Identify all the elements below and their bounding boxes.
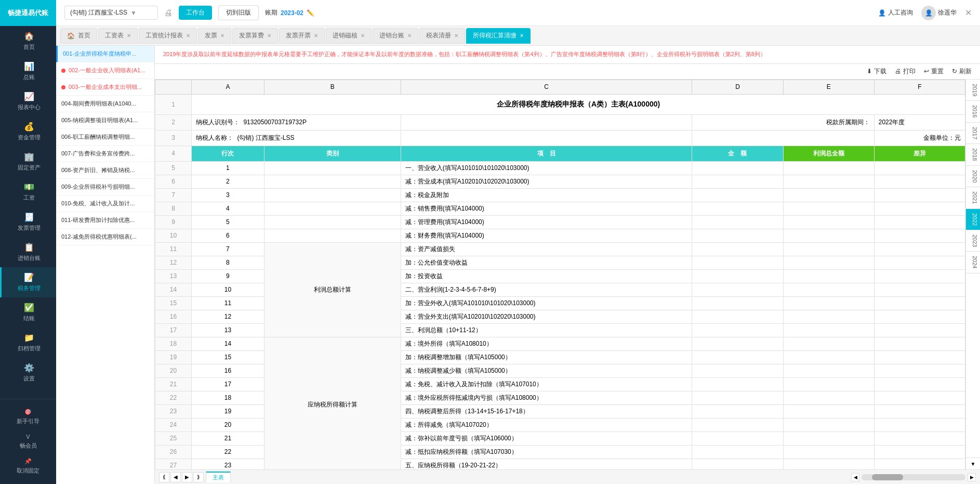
close-tab-purchase-ledger-icon[interactable]: ✕ — [407, 33, 412, 38]
nav-arrow-last[interactable]: ⟫ — [193, 472, 204, 482]
archive-icon: 📁 — [24, 333, 34, 343]
close-tab-invoice-open-icon[interactable]: ✕ — [314, 33, 318, 38]
sheet-tab-main[interactable]: 主表 — [206, 472, 231, 482]
tab-invoice-open[interactable]: 发票开票 ✕ — [279, 28, 325, 44]
col-b-header: B — [264, 80, 401, 94]
sidebar-item-home[interactable]: 🏠 首页 — [0, 26, 56, 56]
print-button[interactable]: 🖨 打印 — [895, 67, 916, 76]
year-panel-expand-btn[interactable]: ▼ — [966, 457, 980, 469]
tab-tax-list[interactable]: 税表清册 ✕ — [419, 28, 465, 44]
row-2-num: 2 — [155, 114, 192, 130]
sidebar-label-close: 结账 — [23, 315, 35, 322]
left-panel-item-005[interactable]: 005-纳税调整项目明细表(A1... — [56, 112, 154, 129]
sidebar-item-purchase[interactable]: 📋 进销台账 — [0, 237, 56, 267]
left-panel-item-008[interactable]: 008-资产折旧、摊销及纳税... — [56, 162, 154, 179]
sidebar-item-report[interactable]: 📈 报表中心 — [0, 86, 56, 116]
tab-income-tax[interactable]: 所得税汇算清缴 ✕ — [466, 28, 531, 44]
left-panel-item-006[interactable]: 006-职工薪酬纳税调整明细... — [56, 129, 154, 146]
tab-purchase-verify[interactable]: 进销磁核 ✕ — [326, 28, 372, 44]
year-2019[interactable]: 2019 — [966, 80, 980, 101]
left-panel-item-012[interactable]: 012-减免所得税优惠明细表(... — [56, 229, 154, 245]
scroll-track[interactable] — [862, 474, 965, 480]
sidebar-item-ledger[interactable]: 📊 总账 — [0, 56, 56, 86]
currency-label-cell: 金额单位：元 — [874, 130, 965, 146]
spreadsheet-container: A B C D E F — [155, 80, 980, 469]
refresh-button[interactable]: ↻ 刷新 — [952, 67, 972, 76]
sidebar-item-archive[interactable]: 📁 归档管理 — [0, 328, 56, 358]
close-tab-salary-icon[interactable]: ✕ — [127, 33, 131, 38]
sidebar-item-close[interactable]: ✅ 结账 — [0, 297, 56, 328]
scroll-thumb[interactable] — [872, 474, 903, 480]
tab-home[interactable]: 🏠 首页 — [60, 28, 97, 44]
error-dot-002 — [61, 69, 65, 73]
col-chayi-header: 差异 — [874, 146, 965, 161]
company-selector[interactable]: (勾销) 江西服宝-LSS ▼ — [64, 6, 158, 20]
sidebar-item-fund[interactable]: 💰 资金管理 — [0, 116, 56, 147]
left-panel-item-007[interactable]: 007-广告费和业务宣传费跨... — [56, 146, 154, 162]
tab-tax-list-label: 税表清册 — [426, 31, 451, 40]
chevron-down-icon: ▼ — [130, 9, 137, 17]
workstation-button[interactable]: 工作台 — [179, 6, 212, 20]
tab-purchase-verify-label: 进销磁核 — [333, 31, 357, 40]
edit-period-icon[interactable]: ✏️ — [307, 9, 314, 17]
year-2017[interactable]: 2017 — [966, 123, 980, 144]
sidebar-item-guide[interactable]: 🎯 新手引导 — [0, 404, 56, 429]
left-panel-item-010[interactable]: 010-免税、减计收入及加计... — [56, 195, 154, 212]
tab-invoice[interactable]: 发票 ✕ — [198, 28, 231, 44]
refresh-label: 刷新 — [959, 67, 972, 76]
close-tab-income-tax-icon[interactable]: ✕ — [520, 33, 524, 38]
left-panel-item-011[interactable]: 011-研发费用加计扣除优惠... — [56, 212, 154, 229]
switch-version-button[interactable]: 切到旧版 — [218, 5, 259, 20]
download-button[interactable]: ⬇ 下载 — [867, 67, 886, 76]
sidebar-item-salary[interactable]: 💵 工资 — [0, 177, 56, 207]
year-2020[interactable]: 2020 — [966, 166, 980, 187]
close-tab-tax-list-icon[interactable]: ✕ — [454, 33, 458, 38]
sidebar-item-member[interactable]: V 畅会员 — [0, 429, 56, 454]
col-rownum-header — [155, 80, 192, 94]
tab-invoice-fee[interactable]: 发票算费 ✕ — [232, 28, 278, 44]
close-tab-purchase-verify-icon[interactable]: ✕ — [361, 33, 365, 38]
year-2023[interactable]: 2023 — [966, 230, 980, 252]
user-profile-btn[interactable]: 👤 徐遥华 — [921, 6, 957, 20]
sidebar-item-invoice[interactable]: 🧾 发票管理 — [0, 207, 56, 237]
close-tab-invoice-fee-icon[interactable]: ✕ — [267, 33, 271, 38]
tab-salary-report[interactable]: 工资统计报表 ✕ — [139, 28, 197, 44]
year-2022[interactable]: 2022 — [966, 209, 980, 230]
sidebar-label-purchase: 进销台账 — [18, 254, 41, 262]
sidebar-item-unpin[interactable]: 📌 取消固定 — [0, 454, 56, 479]
nav-arrow-next[interactable]: ▶ — [182, 472, 192, 482]
tab-purchase-ledger[interactable]: 进销台账 ✕ — [373, 28, 418, 44]
taxpayer-name-label-cell: 纳税人名称： (勾销) 江西服宝-LSS — [192, 130, 401, 146]
sidebar-item-settings[interactable]: ⚙️ 设置 — [0, 358, 56, 388]
year-2021[interactable]: 2021 — [966, 187, 980, 208]
left-item-011-label: 011-研发费用加计扣除优惠... — [61, 216, 135, 224]
sidebar-item-asset[interactable]: 🏢 固定资产 — [0, 147, 56, 177]
year-2018[interactable]: 2018 — [966, 144, 980, 165]
scroll-left-btn[interactable]: ◀ — [851, 473, 859, 481]
left-panel-item-004[interactable]: 004-期间费用明细表(A1040... — [56, 96, 154, 112]
left-item-004-label: 004-期间费用明细表(A1040... — [61, 100, 136, 108]
table-row: 11 7 利润总额计算 减：资产减值损失 — [155, 242, 965, 256]
sidebar: 畅捷通易代账 🏠 首页 📊 总账 📈 报表中心 💰 资金管理 🏢 固定资产 — [0, 0, 56, 484]
period-label: 账期 — [265, 8, 277, 17]
nav-arrow-first[interactable]: ⟪ — [159, 472, 169, 482]
year-2016[interactable]: 2016 — [966, 101, 980, 122]
customer-service-btn[interactable]: 👤 人工咨询 — [878, 8, 913, 17]
close-app-icon[interactable]: ✕ — [965, 8, 972, 18]
year-2024[interactable]: 2024 — [966, 252, 980, 273]
sidebar-item-tax[interactable]: 📝 税务管理 — [0, 267, 56, 297]
close-tab-invoice-icon[interactable]: ✕ — [220, 33, 224, 38]
left-panel-item-003[interactable]: 003-一般企业成本支出明细... — [56, 79, 154, 96]
reset-button[interactable]: ↩ 重置 — [924, 67, 944, 76]
row-1-num: 1 — [155, 94, 192, 114]
nav-arrow-prev[interactable]: ◀ — [170, 472, 181, 482]
scroll-right-btn[interactable]: ▶ — [968, 473, 976, 481]
tab-salary[interactable]: 工资表 ✕ — [98, 28, 138, 44]
close-tab-salary-report-icon[interactable]: ✕ — [186, 33, 190, 38]
sidebar-label-archive: 归档管理 — [18, 345, 41, 352]
col-f-header: F — [874, 80, 965, 94]
left-panel-item-009[interactable]: 009-企业所得税补亏损明细... — [56, 179, 154, 195]
left-panel-item-002[interactable]: 002-一般企业收入明细表(A1... — [56, 62, 154, 79]
empty-cell-3c — [401, 130, 692, 146]
left-panel-item-001[interactable]: 001-企业所得税年度纳税申... — [56, 46, 154, 62]
